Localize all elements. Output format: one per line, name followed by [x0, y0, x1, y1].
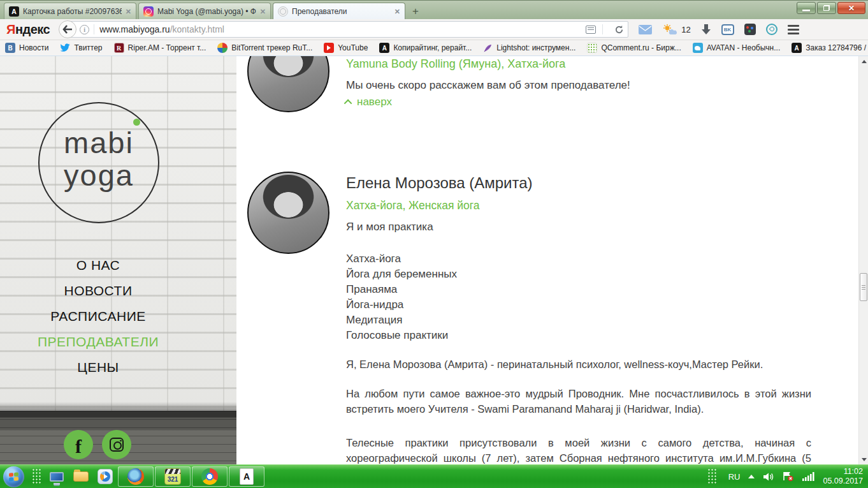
bookmark-qcomment[interactable]: QComment.ru - Бирж...	[587, 43, 681, 53]
tab-close-icon[interactable]: ✕	[126, 8, 131, 16]
reader-mode-icon[interactable]	[586, 26, 596, 34]
menu-item-o-nas[interactable]: О НАС	[0, 253, 196, 278]
logo-line2: yoga	[40, 159, 158, 191]
teacher-intro: Я и моя практика	[346, 221, 811, 233]
mail-icon[interactable]	[639, 25, 652, 34]
restore-button[interactable]	[817, 2, 836, 14]
hidden-icons-arrow[interactable]	[748, 475, 755, 478]
bio-paragraph-3: Телесные практики присутствовали в моей …	[346, 435, 811, 464]
lightshot-icon	[483, 43, 493, 53]
logo-green-dot	[133, 119, 140, 126]
start-button[interactable]	[3, 466, 24, 487]
volume-icon[interactable]	[763, 472, 774, 482]
mabiyoga-favicon	[278, 6, 288, 17]
a-document-icon: A	[240, 468, 254, 485]
bookmark-riper[interactable]: RRiper.AM - Торрент т...	[114, 43, 206, 53]
facebook-button[interactable]: f	[64, 430, 93, 459]
weather-widget[interactable]: 12	[662, 24, 690, 34]
tab-close-icon[interactable]: ✕	[394, 8, 400, 16]
system-tray: RU 11:02 05.09.2017	[704, 467, 868, 486]
url-path: /kontakty.html	[170, 24, 586, 34]
practice-item: Пранаяма	[346, 282, 811, 297]
teacher-disciplines[interactable]: Хатха-йога, Женская йога	[346, 199, 811, 212]
back-button[interactable]	[59, 20, 76, 38]
restore-icon	[823, 5, 830, 11]
scroll-down-icon	[862, 458, 867, 461]
tab-title: Mabi Yoga (@mabi.yoga) • Ф	[157, 7, 256, 16]
bookmark-zakaz[interactable]: AЗаказ 12784796 / 190....	[792, 43, 868, 53]
divider	[602, 24, 603, 34]
bio-paragraph-2: На любом пути самое важное-это мудрый Пр…	[346, 386, 811, 417]
chrome-taskbar-button[interactable]	[192, 466, 228, 487]
bookmark-youtube[interactable]: YouTube	[324, 43, 368, 53]
tab-close-icon[interactable]: ✕	[260, 8, 266, 16]
weather-sun-cloud-icon	[662, 24, 679, 34]
mabiyoga-logo[interactable]: mabi yoga	[38, 102, 159, 223]
download-icon[interactable]	[701, 24, 711, 35]
scroll-up-button[interactable]	[859, 56, 868, 66]
url-bar[interactable]: i www.mabiyoga.ru /kontakty.html	[68, 21, 628, 38]
tab-prepodavateli-active[interactable]: Преподаватели ✕	[273, 3, 405, 20]
mpc-taskbar-button[interactable]: 321	[155, 466, 191, 487]
menu-item-tseny[interactable]: ЦЕНЫ	[0, 355, 196, 380]
tab-title: Карточка работы #20097636	[23, 7, 122, 16]
new-tab-button[interactable]: +	[407, 4, 424, 18]
menu-item-prepodavateli[interactable]: ПРЕПОДАВАТЕЛИ	[0, 329, 196, 355]
taskbar-clock[interactable]: 11:02 05.09.2017	[823, 467, 863, 486]
advego-icon: A	[792, 43, 802, 53]
drop-extension-icon[interactable]	[766, 24, 778, 35]
remote-desktop-shortcut[interactable]	[45, 466, 69, 487]
divider	[94, 24, 94, 34]
bookmark-avatan[interactable]: AVATAN - Необычн...	[693, 43, 781, 53]
twitter-icon	[60, 43, 70, 52]
teacher-disciplines[interactable]: Yamuna Body Rolling (Ямуна), Хатха-йога	[346, 57, 811, 71]
hamburger-menu-icon[interactable]	[788, 25, 799, 34]
floor-shadow	[0, 402, 236, 411]
bookmark-lightshot[interactable]: Lightshot: инструмен...	[483, 43, 575, 53]
scrollbar-thumb[interactable]	[860, 273, 867, 301]
bookmarks-bar: ВНовости Твиттер RRiper.AM - Торрент т..…	[0, 40, 868, 56]
tab-advego-task[interactable]: A Карточка работы #20097636 ✕	[4, 3, 136, 20]
yandex-logo[interactable]: Яндекс	[6, 22, 50, 37]
bookmark-rutracker[interactable]: BitTorrent трекер RuT...	[217, 43, 312, 53]
language-indicator[interactable]: RU	[728, 472, 741, 482]
practice-item: Медитация	[346, 313, 811, 328]
practices-list: Хатха-йога Йога для беременных Пранаяма …	[346, 251, 811, 343]
teacher-photo-yamuna	[247, 56, 329, 112]
windows-flag-icon	[9, 472, 18, 481]
firefox-taskbar-button[interactable]	[118, 466, 154, 487]
menu-item-raspisanie[interactable]: РАСПИСАНИЕ	[0, 304, 196, 329]
teacher-photo-elena	[247, 172, 329, 254]
action-center-flag-icon[interactable]	[783, 471, 794, 482]
scroll-down-button[interactable]	[859, 454, 868, 464]
tab-title: Преподаватели	[292, 7, 391, 16]
back-to-top-link[interactable]: наверх	[346, 96, 811, 108]
instagram-button[interactable]	[102, 430, 131, 459]
bookmark-novosti[interactable]: ВНовости	[5, 43, 48, 53]
avatan-icon	[693, 43, 703, 53]
network-signal-icon[interactable]	[802, 472, 814, 481]
vertical-scrollbar[interactable]	[858, 56, 868, 464]
photo-editor-icon[interactable]	[744, 24, 756, 35]
up-chevron-icon	[344, 99, 352, 107]
instagram-favicon	[143, 6, 154, 17]
minimize-button[interactable]	[797, 2, 816, 14]
close-button[interactable]: ✕	[837, 2, 865, 14]
chrome-icon	[201, 468, 218, 485]
bookmark-advego[interactable]: AКопирайтинг, рерайт...	[379, 43, 472, 53]
practice-item: Йога-нидра	[346, 297, 811, 313]
tab-instagram[interactable]: Mabi Yoga (@mabi.yoga) • Ф ✕	[138, 3, 271, 20]
explorer-shortcut[interactable]	[69, 466, 93, 487]
logo-line1: mabi	[40, 126, 158, 159]
tray-grip	[707, 468, 716, 485]
media-player-shortcut[interactable]	[93, 466, 117, 487]
reload-icon[interactable]	[614, 25, 624, 34]
menu-item-novosti[interactable]: НОВОСТИ	[0, 278, 196, 304]
bookmark-twitter[interactable]: Твиттер	[60, 43, 102, 52]
site-info-icon[interactable]: i	[80, 25, 89, 34]
minimize-icon	[802, 10, 810, 11]
advego-taskbar-button[interactable]: A	[229, 466, 264, 487]
scroll-up-icon	[862, 60, 867, 63]
teacher-note: Мы очень скоро расскажем вам об этом пре…	[346, 79, 811, 92]
vk-toolbar-icon[interactable]: BK	[721, 24, 734, 35]
